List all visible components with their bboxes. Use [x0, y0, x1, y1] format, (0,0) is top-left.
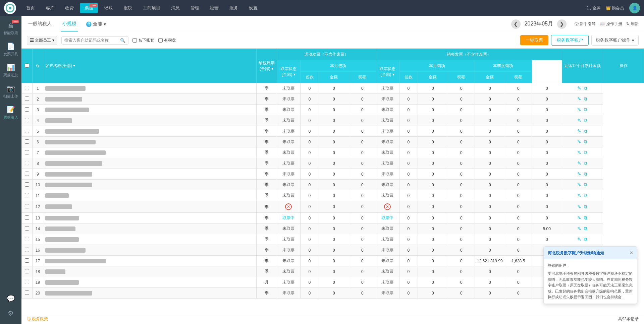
tax-disk-checkbox[interactable] [158, 38, 163, 43]
edit-icon[interactable]: ✎ [577, 96, 581, 102]
row-checkbox[interactable] [25, 182, 29, 187]
row-checkbox[interactable] [25, 248, 29, 252]
copy-icon[interactable]: ⧉ [584, 160, 587, 166]
row-checkbox[interactable] [25, 204, 29, 208]
checkbox-tax-disk[interactable]: 有税盘 [158, 38, 176, 43]
copy-icon[interactable]: ⧉ [584, 215, 587, 221]
row-checkbox[interactable] [25, 258, 29, 263]
edit-icon[interactable]: ✎ [577, 226, 581, 232]
row-checkbox[interactable] [25, 269, 29, 273]
nav-settings[interactable]: 设置 [244, 3, 262, 13]
edit-icon[interactable]: ✎ [577, 118, 581, 123]
copy-icon[interactable]: ⧉ [584, 193, 587, 198]
copy-icon[interactable]: ⧉ [584, 118, 587, 123]
row-checkbox[interactable] [25, 118, 29, 122]
nav-business[interactable]: 工商项目 [138, 3, 165, 13]
copy-icon[interactable]: ⧉ [584, 85, 587, 91]
nav-service[interactable]: 服务 [225, 3, 243, 13]
fullscreen-button[interactable]: ⛶ 全屏 [587, 5, 600, 11]
edit-icon[interactable]: ✎ [577, 204, 581, 210]
row-checkbox[interactable] [25, 193, 29, 197]
member-button[interactable]: 👑 购会员 [606, 5, 624, 11]
row-checkbox-cell[interactable] [22, 169, 33, 180]
copy-icon[interactable]: ⧉ [584, 139, 587, 145]
th-checkbox[interactable] [22, 49, 33, 83]
row-checkbox-cell[interactable] [22, 277, 33, 288]
manual-button[interactable]: 📖 操作手册 [600, 21, 622, 27]
th-settings[interactable]: ⚙ [33, 49, 43, 83]
row-checkbox-cell[interactable] [22, 213, 33, 223]
guide-button[interactable]: ⓪ 新手引导 [575, 21, 596, 27]
row-checkbox[interactable] [25, 96, 29, 101]
nav-billing[interactable]: 收费 [60, 3, 78, 13]
edit-icon[interactable]: ✎ [577, 171, 581, 177]
edit-icon[interactable]: ✎ [577, 128, 581, 134]
copy-icon[interactable]: ⧉ [584, 150, 587, 155]
tab-small-scale[interactable]: 小规模 [61, 17, 78, 31]
row-checkbox[interactable] [25, 107, 29, 112]
sidebar-item-invoice-issue[interactable]: 📄 发票开具 [0, 40, 21, 59]
employee-select[interactable]: ☰ 全部员工 ▾ [27, 36, 57, 45]
copy-icon[interactable]: ⧉ [584, 182, 587, 188]
row-checkbox-cell[interactable] [22, 115, 33, 126]
nav-client[interactable]: 客户 [41, 3, 59, 13]
refresh-button[interactable]: ↻ 刷新 [626, 21, 639, 27]
sidebar-item-messages[interactable]: 💬 [0, 292, 21, 305]
nav-tax[interactable]: 报税 [119, 3, 137, 13]
copy-icon[interactable]: ⧉ [584, 204, 587, 210]
edit-icon[interactable]: ✎ [577, 193, 581, 198]
row-checkbox-cell[interactable] [22, 234, 33, 245]
row-checkbox-cell[interactable] [22, 147, 33, 158]
checkbox-sub-account[interactable]: 名下账套 [132, 38, 154, 43]
row-checkbox-cell[interactable] [22, 137, 33, 147]
edit-icon[interactable]: ✎ [577, 85, 581, 91]
row-checkbox-cell[interactable] [22, 126, 33, 137]
tax-digital-account-ops-button[interactable]: 税务数字账户操作 ▾ [591, 35, 639, 46]
row-checkbox-cell[interactable] [22, 201, 33, 213]
row-checkbox[interactable] [25, 237, 29, 241]
row-checkbox-cell[interactable] [22, 266, 33, 277]
tax-policy-link[interactable]: ◎ 税务政策 [27, 316, 48, 322]
row-checkbox-cell[interactable] [22, 223, 33, 234]
row-checkbox-cell[interactable] [22, 256, 33, 266]
row-checkbox[interactable] [25, 215, 29, 220]
sidebar-item-invoice-entry[interactable]: 📝 票据录入 [0, 103, 21, 123]
nav-manage[interactable]: 管理 [186, 3, 204, 13]
row-checkbox-cell[interactable] [22, 158, 33, 169]
edit-icon[interactable]: ✎ [577, 107, 581, 113]
one-click-fetch-button[interactable]: 一键取票 [520, 35, 548, 45]
edit-icon[interactable]: ✎ [577, 160, 581, 166]
row-checkbox[interactable] [25, 86, 29, 90]
row-checkbox[interactable] [25, 226, 29, 231]
sidebar-item-invoice-summary[interactable]: 📊 票据汇总 [0, 61, 21, 80]
nav-home[interactable]: 首页 [21, 3, 40, 13]
search-icon[interactable]: 🔍 [120, 38, 125, 43]
row-checkbox[interactable] [25, 139, 29, 144]
edit-icon[interactable]: ✎ [577, 182, 581, 188]
period-prev-button[interactable]: ❮ [511, 19, 521, 29]
row-checkbox-cell[interactable] [22, 190, 33, 201]
copy-icon[interactable]: ⧉ [584, 128, 587, 134]
user-avatar[interactable]: 👤 [629, 3, 640, 13]
row-checkbox-cell[interactable] [22, 288, 33, 299]
row-checkbox-cell[interactable] [22, 83, 33, 94]
copy-icon[interactable]: ⧉ [584, 171, 587, 177]
sidebar-item-smart-ticket[interactable]: 🖨 智能取票 new [0, 19, 21, 38]
tax-digital-account-button[interactable]: 税务数字账户 [551, 35, 589, 46]
row-checkbox[interactable] [25, 290, 29, 295]
row-checkbox-cell[interactable] [22, 245, 33, 256]
edit-icon[interactable]: ✎ [577, 139, 581, 145]
tab-all-capability[interactable]: 🌐 全能 ▾ [86, 21, 106, 27]
row-checkbox[interactable] [25, 129, 29, 133]
row-checkbox[interactable] [25, 150, 29, 154]
tab-general-taxpayer[interactable]: 一般纳税人 [27, 17, 53, 31]
row-checkbox-cell[interactable] [22, 180, 33, 190]
nav-invoice[interactable]: 票据new [80, 3, 98, 13]
sidebar-item-config[interactable]: ⚙ [0, 307, 21, 320]
edit-icon[interactable]: ✎ [577, 215, 581, 221]
copy-icon[interactable]: ⧉ [584, 237, 587, 242]
copy-icon[interactable]: ⧉ [584, 96, 587, 102]
select-all-checkbox[interactable] [25, 63, 29, 68]
popup-close-button[interactable]: × [630, 250, 633, 256]
copy-icon[interactable]: ⧉ [584, 107, 587, 113]
